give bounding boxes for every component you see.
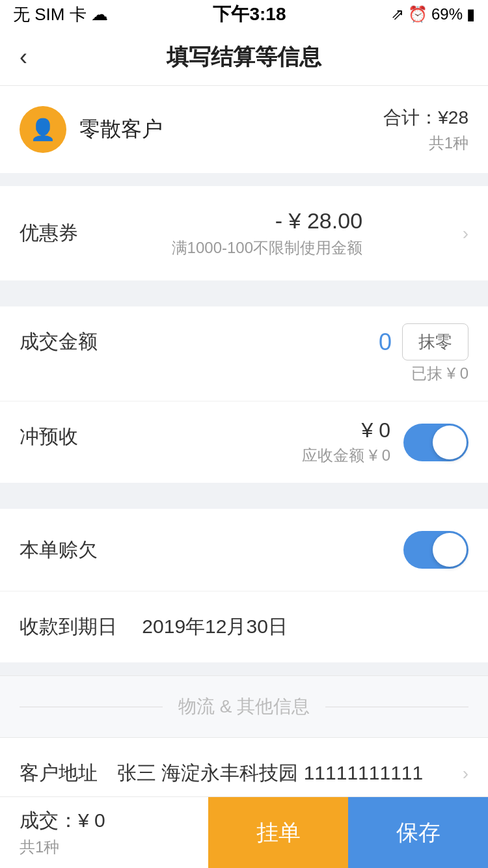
chevron-icon: › (463, 223, 468, 244)
status-right: ⇗ ⏰ 69% ▮ (391, 5, 475, 23)
logistics-divider-right (325, 707, 468, 707)
location-icon: ⇗ (391, 5, 404, 23)
main-content: 👤 零散客户 合计：¥28 共1种 优惠券 - ¥ 28.00 满1000-10… (0, 86, 488, 868)
logistics-divider-left (20, 707, 163, 707)
customer-right: 合计：¥28 共1种 (383, 105, 468, 154)
customer-name: 零散客户 (79, 115, 163, 144)
customer-row: 👤 零散客户 合计：¥28 共1种 (0, 86, 488, 173)
prepaid-amount-col: ¥ 0 应收金额 ¥ 0 (302, 418, 390, 466)
deal-amount-left: 成交金额 (20, 323, 98, 355)
bottom-bar: 成交：¥ 0 共1种 挂单 保存 (0, 796, 488, 868)
debt-toggle-knob (433, 533, 467, 567)
prepaid-left: 冲预收 (20, 418, 78, 450)
debt-section: 本单赊欠 收款到期日 2019年12月30日 (0, 509, 488, 662)
page-title: 填写结算等信息 (167, 42, 321, 72)
round-button[interactable]: 抹零 (402, 323, 468, 360)
alarm-icon: ⏰ (408, 5, 427, 23)
logistics-section: 物流 & 其他信息 (0, 675, 488, 738)
debt-toggle[interactable] (403, 531, 468, 569)
coupon-right: - ¥ 28.00 满1000-100不限制使用金额 (172, 208, 362, 258)
divider-2 (0, 496, 488, 509)
avatar-icon: 👤 (30, 117, 56, 142)
bottom-deal-amount: ¥ 0 (78, 809, 105, 831)
coupon-label: 优惠券 (20, 220, 78, 247)
divider-1 (0, 293, 488, 306)
back-button[interactable]: ‹ (20, 44, 40, 71)
logistics-label: 物流 & 其他信息 (163, 694, 325, 719)
amounts-section: 成交金额 0 抹零 已抹 ¥ 0 冲预收 ¥ 0 应收金额 ¥ 0 (0, 306, 488, 483)
avatar: 👤 (20, 106, 66, 153)
sim-label: 无 SIM 卡 ☁ (13, 3, 108, 26)
prepaid-label: 冲预收 (20, 424, 78, 450)
debt-label: 本单赊欠 (20, 537, 98, 563)
bottom-count: 共1种 (20, 837, 189, 858)
prepaid-sub: 应收金额 ¥ 0 (302, 445, 390, 466)
deal-amount-label: 成交金额 (20, 329, 98, 355)
bottom-actions: 挂单 保存 (208, 797, 488, 868)
address-value: 张三 海淀永丰科技园 11111111111 (117, 760, 456, 787)
hold-button[interactable]: 挂单 (208, 797, 348, 868)
due-date-label: 收款到期日 (20, 616, 117, 637)
prepaid-toggle[interactable] (403, 424, 468, 461)
deal-amount-right: 0 抹零 (366, 323, 468, 360)
save-button[interactable]: 保存 (348, 797, 488, 868)
deal-amount-value[interactable]: 0 (366, 329, 392, 356)
bottom-deal-row: 成交：¥ 0 (20, 807, 189, 834)
battery-label: 69% (431, 5, 463, 23)
due-date-value: 2019年12月30日 (142, 616, 287, 637)
prepaid-row: 冲预收 ¥ 0 应收金额 ¥ 0 (0, 401, 488, 483)
toggle-knob (433, 426, 467, 459)
status-left: 无 SIM 卡 ☁ (13, 3, 108, 26)
debt-row: 本单赊欠 (0, 509, 488, 591)
customer-left: 👤 零散客户 (20, 106, 163, 153)
status-time: 下午3:18 (213, 2, 286, 27)
customer-section: 👤 零散客户 合计：¥28 共1种 (0, 86, 488, 173)
nav-bar: ‹ 填写结算等信息 (0, 29, 488, 86)
coupon-row[interactable]: 优惠券 - ¥ 28.00 满1000-100不限制使用金额 › (0, 186, 488, 280)
deal-amount-sub: 已抹 ¥ 0 (411, 363, 468, 384)
coupon-amount: - ¥ 28.00 (172, 208, 362, 234)
battery-icon: ▮ (467, 5, 475, 23)
address-label: 客户地址 (20, 760, 98, 787)
due-date-row: 收款到期日 2019年12月30日 (0, 591, 488, 662)
total-count: 共1种 (383, 133, 468, 154)
status-bar: 无 SIM 卡 ☁ 下午3:18 ⇗ ⏰ 69% ▮ (0, 0, 488, 29)
bottom-deal-label: 成交： (20, 809, 78, 831)
coupon-section: 优惠券 - ¥ 28.00 满1000-100不限制使用金额 › (0, 186, 488, 280)
deal-amount-row: 成交金额 0 抹零 已抹 ¥ 0 (0, 306, 488, 401)
total-label: 合计：¥28 (383, 105, 468, 130)
bottom-info: 成交：¥ 0 共1种 (0, 807, 208, 858)
prepaid-amount: ¥ 0 (302, 418, 390, 442)
coupon-desc: 满1000-100不限制使用金额 (172, 237, 362, 258)
address-chevron-icon: › (463, 763, 468, 784)
